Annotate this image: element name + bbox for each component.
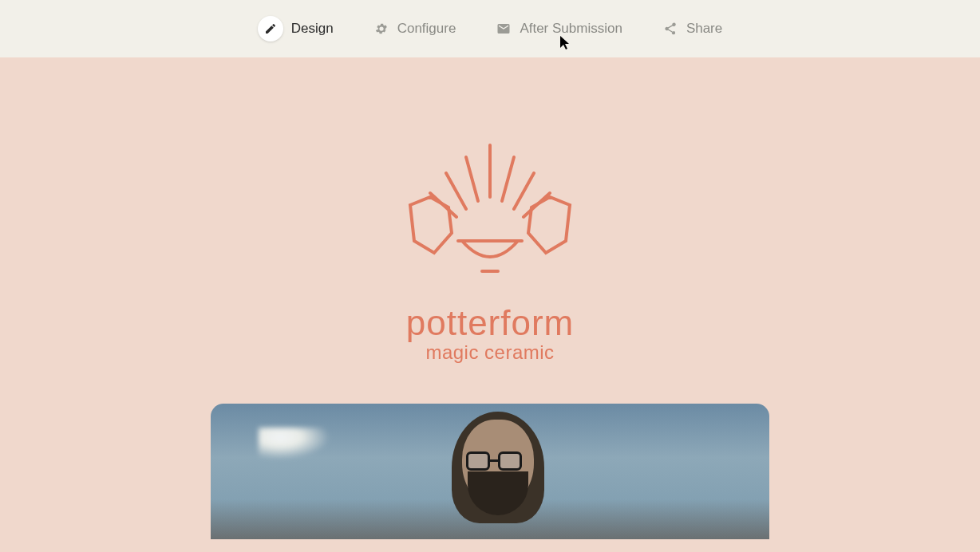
tab-design[interactable]: Design <box>258 16 334 41</box>
mail-icon <box>496 21 512 37</box>
brand-name: potterform <box>406 303 575 343</box>
hero-image[interactable] <box>211 404 769 539</box>
tab-label: Configure <box>397 21 456 37</box>
gear-icon <box>373 21 389 37</box>
potterform-logo-icon <box>386 137 594 297</box>
tab-configure[interactable]: Configure <box>373 21 456 37</box>
tab-label: Share <box>686 21 722 37</box>
share-icon <box>662 21 678 37</box>
hero-person <box>434 404 562 539</box>
tab-after-submission[interactable]: After Submission <box>496 21 622 37</box>
svg-line-4 <box>514 173 534 209</box>
form-canvas: potterform magic ceramic <box>0 57 980 552</box>
tab-label: After Submission <box>520 21 622 37</box>
brand-logo-block[interactable]: potterform magic ceramic <box>386 137 594 364</box>
cursor-icon <box>560 36 571 50</box>
pencil-icon <box>258 16 283 41</box>
tab-label: Design <box>291 21 334 37</box>
brand-tagline: magic ceramic <box>425 341 554 364</box>
svg-line-2 <box>502 157 514 201</box>
tab-share[interactable]: Share <box>662 21 722 37</box>
top-tabs: Design Configure After Submission Share <box>0 0 980 57</box>
svg-line-1 <box>466 157 478 201</box>
svg-line-3 <box>446 173 466 209</box>
